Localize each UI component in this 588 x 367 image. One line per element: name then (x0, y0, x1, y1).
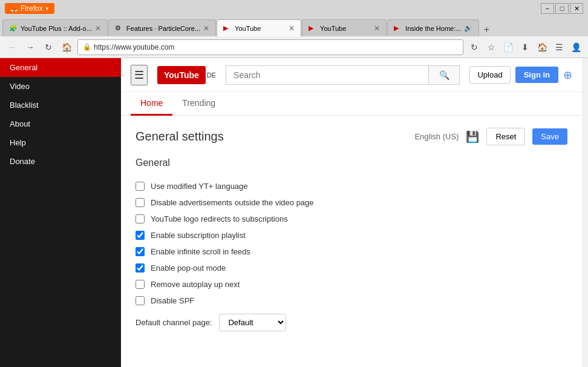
language-label: English (US) (414, 132, 459, 141)
title-bar: 🦊 Firefox ▼ − □ ✕ (0, 0, 588, 17)
checkbox-pop-out: Enable pop-out mode (136, 260, 567, 276)
tab-home[interactable]: Home (131, 92, 172, 116)
tab-favicon: ▶ (394, 24, 402, 33)
youtube-header: ☰ YouTube DE 🔍 Upload Sign in ⊕ (121, 58, 582, 92)
search-input[interactable] (226, 65, 428, 85)
checkbox-subscription-playlist: Enable subscription playlist (136, 227, 567, 243)
menu-icon[interactable]: ☰ (552, 40, 566, 55)
checkbox-modified-lang-input[interactable] (136, 182, 145, 191)
checkbox-disable-ads-label: Disable advertisements outside the video… (151, 198, 314, 207)
checkbox-pop-out-label: Enable pop-out mode (151, 263, 226, 273)
back-button[interactable]: ← (5, 40, 19, 55)
signin-button[interactable]: Sign in (515, 67, 558, 83)
checkbox-logo-redirect-input[interactable] (136, 214, 145, 223)
youtube-region-label: DE (207, 71, 216, 79)
star-icon[interactable]: ☆ (484, 40, 498, 55)
tabs-bar: 🧩 YouTube Plus :: Add-o... ✕ ⚙ Features … (0, 17, 588, 36)
tab-favicon: ▶ (223, 24, 232, 33)
save-button[interactable]: Save (532, 128, 567, 145)
tab-close-icon[interactable]: ✕ (289, 24, 295, 33)
tab-inside-home[interactable]: ▶ Inside the Home:... 🔊 (387, 19, 479, 36)
search-bar: 🔍 (226, 65, 460, 85)
tab-close-icon[interactable]: ✕ (374, 24, 380, 33)
youtube-logo-icon: YouTube (157, 66, 206, 84)
new-tab-button[interactable]: + (480, 23, 493, 36)
firefox-label: Firefox (21, 4, 43, 13)
youtube-logo: YouTube DE (157, 66, 216, 84)
checkbox-logo-redirect: YouTube logo redirects to subscriptions (136, 211, 567, 227)
audio-icon: 🔊 (464, 24, 472, 33)
page-icon[interactable]: 📄 (501, 40, 515, 55)
search-button[interactable]: 🔍 (428, 65, 460, 85)
tab-close-icon[interactable]: ✕ (203, 24, 209, 33)
default-channel-page-label: Default channel page: (136, 318, 212, 327)
tab-close-icon[interactable]: ✕ (95, 24, 101, 33)
checkbox-modified-lang-label: Use modified YT+ language (151, 182, 248, 191)
settings-panel: General settings English (US) 💾 Reset Sa… (121, 116, 582, 367)
forward-button[interactable]: → (23, 40, 38, 55)
hamburger-menu-button[interactable]: ☰ (131, 65, 148, 85)
reset-button[interactable]: Reset (486, 128, 525, 145)
download-icon[interactable]: ⬇ (518, 40, 532, 55)
checkbox-infinite-scroll-input[interactable] (136, 247, 145, 256)
checkbox-pop-out-input[interactable] (136, 263, 145, 273)
scrollbar-track[interactable] (582, 58, 588, 367)
window-controls: − □ ✕ (541, 3, 583, 14)
firefox-button[interactable]: 🦊 Firefox ▼ (5, 3, 54, 14)
section-title: General (136, 157, 567, 168)
dropdown-arrow-icon: ▼ (45, 6, 50, 12)
address-bar: ← → ↻ 🏠 🔒 https://www.youtube.com ↻ ☆ 📄 … (0, 36, 588, 58)
save-disk-button[interactable]: 💾 (466, 130, 479, 144)
sidebar-item-general[interactable]: General (0, 58, 121, 77)
checkbox-infinite-scroll-label: Enable infinite scroll in feeds (151, 247, 250, 256)
youtube-nav: Home Trending (121, 92, 582, 116)
default-channel-page-select[interactable]: Default Videos Playlists Channels About (219, 314, 286, 331)
home-nav-icon[interactable]: 🏠 (535, 40, 549, 55)
checkbox-disable-spf-label: Disable SPF (151, 296, 194, 305)
minimize-button[interactable]: − (541, 3, 554, 14)
tab-youtube-plus[interactable]: 🧩 YouTube Plus :: Add-o... ✕ (2, 19, 108, 36)
maximize-button[interactable]: □ (555, 3, 569, 14)
checkbox-subscription-playlist-input[interactable] (136, 231, 145, 240)
checkbox-disable-spf: Disable SPF (136, 293, 567, 309)
user-icon[interactable]: 👤 (569, 40, 583, 55)
tab-youtube-active[interactable]: ▶ YouTube ✕ (217, 19, 301, 36)
checkbox-disable-ads: Disable advertisements outside the video… (136, 194, 567, 211)
sidebar-item-donate[interactable]: Donate (0, 152, 121, 171)
sidebar-item-help[interactable]: Help (0, 133, 121, 152)
checkbox-remove-autoplay-label: Remove autoplay up next (151, 280, 240, 289)
tab-particlecore[interactable]: ⚙ Features · ParticleCore... ✕ (108, 19, 216, 36)
content-area: ☰ YouTube DE 🔍 Upload Sign in ⊕ Home Tre… (121, 58, 582, 367)
sidebar-item-video[interactable]: Video (0, 77, 121, 96)
toolbar-icons: ↻ ☆ 📄 ⬇ 🏠 ☰ 👤 (467, 40, 583, 55)
checkbox-modified-lang: Use modified YT+ language (136, 178, 567, 194)
home-button[interactable]: 🏠 (59, 40, 74, 55)
checkbox-disable-ads-input[interactable] (136, 198, 145, 207)
header-buttons: Upload Sign in ⊕ (469, 66, 572, 84)
checkbox-logo-redirect-label: YouTube logo redirects to subscriptions (151, 214, 288, 223)
sidebar-item-about[interactable]: About (0, 114, 121, 133)
close-button[interactable]: ✕ (570, 3, 583, 14)
tab-favicon: 🧩 (9, 24, 18, 33)
main-window: General Video Blacklist About Help Donat… (0, 58, 588, 367)
sidebar-item-blacklist[interactable]: Blacklist (0, 96, 121, 114)
tab-youtube-2[interactable]: ▶ YouTube ✕ (302, 19, 387, 36)
url-text: https://www.youtube.com (94, 43, 458, 51)
settings-header: General settings English (US) 💾 Reset Sa… (136, 128, 567, 145)
reload-button[interactable]: ↻ (41, 40, 56, 55)
checkbox-subscription-playlist-label: Enable subscription playlist (151, 231, 246, 240)
add-account-button[interactable]: ⊕ (563, 68, 572, 82)
upload-button[interactable]: Upload (469, 66, 510, 84)
checkbox-infinite-scroll: Enable infinite scroll in feeds (136, 243, 567, 260)
checkbox-remove-autoplay: Remove autoplay up next (136, 276, 567, 293)
tab-trending[interactable]: Trending (172, 92, 225, 116)
lock-icon: 🔒 (83, 43, 91, 51)
sidebar: General Video Blacklist About Help Donat… (0, 58, 121, 367)
checkbox-remove-autoplay-input[interactable] (136, 280, 145, 289)
default-channel-page-row: Default channel page: Default Videos Pla… (136, 314, 567, 331)
checkbox-disable-spf-input[interactable] (136, 296, 145, 305)
settings-title: General settings (136, 130, 224, 144)
url-bar[interactable]: 🔒 https://www.youtube.com (77, 39, 463, 55)
firefox-icon: 🦊 (10, 4, 19, 13)
refresh-icon[interactable]: ↻ (467, 40, 482, 55)
